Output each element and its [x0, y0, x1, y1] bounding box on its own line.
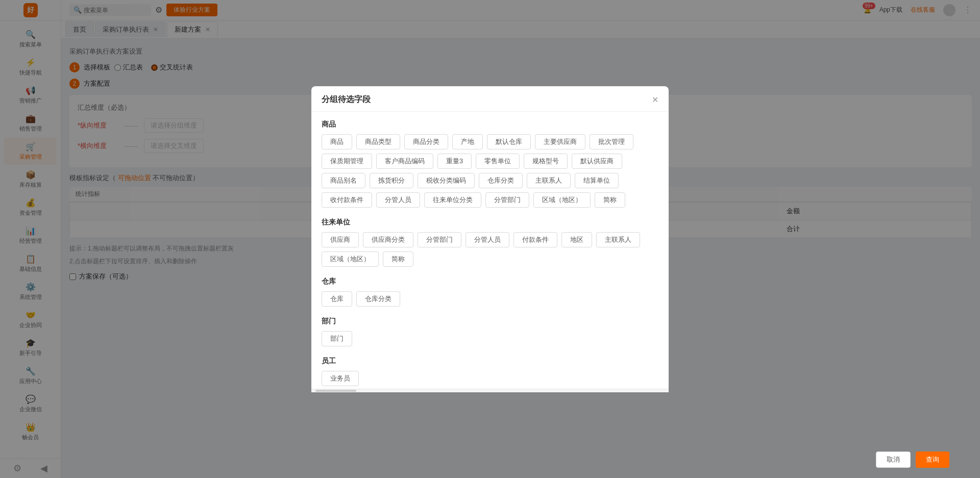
section-title-warehouse: 仓库 [322, 277, 658, 286]
field-section-product: 商品商品商品类型商品分类产地默认仓库主要供应商批次管理保质期管理客户商品编码重量… [322, 120, 658, 208]
field-tag-partner-8[interactable]: 简称 [383, 251, 413, 267]
field-section-department: 部门部门 [322, 317, 658, 346]
field-tags-employee: 业务员 [322, 371, 658, 386]
field-tag-product-22[interactable]: 分管部门 [485, 192, 529, 208]
field-tag-product-24[interactable]: 简称 [595, 192, 625, 208]
field-tag-department-0[interactable]: 部门 [322, 331, 352, 346]
field-tag-partner-0[interactable]: 供应商 [322, 232, 359, 247]
field-tag-warehouse-0[interactable]: 仓库 [322, 291, 352, 307]
field-tag-product-14[interactable]: 拣货积分 [370, 173, 413, 188]
modal-footer-buttons: 取消 查询 [876, 451, 949, 468]
field-tag-product-7[interactable]: 保质期管理 [322, 154, 372, 169]
field-tag-product-6[interactable]: 批次管理 [590, 134, 633, 149]
field-tag-product-19[interactable]: 收付款条件 [322, 192, 372, 208]
field-section-partner: 往来单位供应商供应商分类分管部门分管人员付款条件地区主联系人区域（地区）简称 [322, 218, 658, 267]
field-tag-product-5[interactable]: 主要供应商 [535, 134, 585, 149]
field-tag-product-4[interactable]: 默认仓库 [487, 134, 531, 149]
field-tag-product-8[interactable]: 客户商品编码 [376, 154, 433, 169]
cancel-button[interactable]: 取消 [876, 451, 911, 468]
field-tag-product-16[interactable]: 仓库分类 [479, 173, 523, 188]
field-section-warehouse: 仓库仓库仓库分类 [322, 277, 658, 307]
field-tag-product-23[interactable]: 区域（地区） [533, 192, 591, 208]
field-tag-product-11[interactable]: 规格型号 [524, 154, 568, 169]
section-title-partner: 往来单位 [322, 218, 658, 227]
modal-header: 分组待选字段 ✕ [311, 86, 669, 112]
field-tag-product-9[interactable]: 重量3 [437, 154, 472, 169]
field-tag-product-10[interactable]: 零售单位 [476, 154, 520, 169]
field-tag-product-18[interactable]: 结算单位 [575, 173, 619, 188]
field-tags-warehouse: 仓库仓库分类 [322, 291, 658, 307]
field-tag-product-3[interactable]: 产地 [452, 134, 483, 149]
field-tag-partner-7[interactable]: 区域（地区） [322, 251, 379, 267]
field-tags-product: 商品商品类型商品分类产地默认仓库主要供应商批次管理保质期管理客户商品编码重量3零… [322, 134, 658, 208]
field-tag-employee-0[interactable]: 业务员 [322, 371, 359, 386]
field-tag-partner-1[interactable]: 供应商分类 [363, 232, 413, 247]
field-tag-partner-5[interactable]: 地区 [561, 232, 592, 247]
field-tag-warehouse-1[interactable]: 仓库分类 [356, 291, 400, 307]
field-tag-partner-4[interactable]: 付款条件 [513, 232, 557, 247]
field-tag-product-12[interactable]: 默认供应商 [572, 154, 622, 169]
field-tag-product-15[interactable]: 税收分类编码 [418, 173, 475, 188]
section-title-employee: 员工 [322, 357, 658, 366]
field-tag-product-20[interactable]: 分管人员 [376, 192, 420, 208]
field-tags-partner: 供应商供应商分类分管部门分管人员付款条件地区主联系人区域（地区）简称 [322, 232, 658, 267]
modal-close-button[interactable]: ✕ [652, 95, 658, 105]
scrollbar-thumb[interactable] [315, 390, 356, 392]
field-tag-product-2[interactable]: 商品分类 [404, 134, 448, 149]
modal-title: 分组待选字段 [322, 94, 371, 105]
field-tag-product-17[interactable]: 主联系人 [527, 173, 571, 188]
modal-overlay: 分组待选字段 ✕ 商品商品商品类型商品分类产地默认仓库主要供应商批次管理保质期管… [0, 0, 980, 478]
section-title-department: 部门 [322, 317, 658, 326]
field-tag-product-21[interactable]: 往来单位分类 [424, 192, 481, 208]
field-section-employee: 员工业务员 [322, 357, 658, 386]
field-tag-product-13[interactable]: 商品别名 [322, 173, 365, 188]
field-tags-department: 部门 [322, 331, 658, 346]
field-tag-product-0[interactable]: 商品 [322, 134, 352, 149]
modal-body: 商品商品商品类型商品分类产地默认仓库主要供应商批次管理保质期管理客户商品编码重量… [311, 112, 669, 389]
field-tag-product-1[interactable]: 商品类型 [356, 134, 400, 149]
horizontal-scrollbar[interactable] [311, 389, 669, 392]
field-tag-partner-2[interactable]: 分管部门 [418, 232, 461, 247]
modal: 分组待选字段 ✕ 商品商品商品类型商品分类产地默认仓库主要供应商批次管理保质期管… [311, 86, 669, 392]
confirm-button[interactable]: 查询 [916, 451, 949, 468]
section-title-product: 商品 [322, 120, 658, 129]
field-tag-partner-3[interactable]: 分管人员 [465, 232, 509, 247]
field-tag-partner-6[interactable]: 主联系人 [596, 232, 640, 247]
